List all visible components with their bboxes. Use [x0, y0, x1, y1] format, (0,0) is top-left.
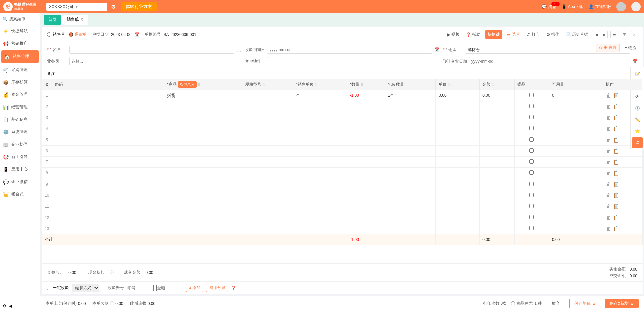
row-unit[interactable]	[293, 179, 347, 190]
row-unit-price[interactable]	[436, 190, 480, 201]
row-barcode[interactable]	[52, 157, 164, 168]
shortcut-btn[interactable]: 快捷键	[485, 30, 502, 39]
row-gift[interactable]	[514, 146, 549, 157]
row-barcode[interactable]	[52, 90, 164, 101]
row-quantity[interactable]	[347, 146, 385, 157]
salesperson-dots[interactable]: ...	[236, 58, 241, 65]
expected-delivery-input[interactable]	[469, 57, 630, 65]
row-unit[interactable]	[293, 190, 347, 201]
row-unit[interactable]	[293, 134, 347, 146]
row-unit[interactable]	[293, 212, 347, 223]
row-amount[interactable]: 0.00	[480, 90, 514, 101]
tab-home[interactable]: 首页	[44, 15, 61, 25]
row-unit-price[interactable]	[436, 168, 480, 179]
close-form-btn[interactable]: ×	[631, 31, 637, 38]
float-star-btn[interactable]: ⭐	[632, 126, 643, 137]
customer-address-dots[interactable]: ...	[434, 58, 440, 65]
calendar-icon[interactable]: 📅	[134, 32, 139, 37]
app-download-button[interactable]: 📱 App下载	[562, 4, 583, 10]
row-amount[interactable]	[480, 179, 514, 190]
row-delete-btn[interactable]: 🗑	[606, 159, 612, 165]
account-input[interactable]	[127, 285, 154, 291]
logistics-button[interactable]: + 物流	[622, 44, 639, 52]
prev-arrow[interactable]: ◀	[593, 31, 600, 38]
row-barcode[interactable]	[52, 223, 164, 234]
row-delete-btn[interactable]: 🗑	[606, 192, 612, 199]
row-unit-price[interactable]	[436, 101, 480, 112]
row-barcode[interactable]	[52, 179, 164, 190]
sidebar-item-member[interactable]: 👑 畅会员	[0, 188, 40, 200]
history-btn[interactable]: 📄 历史单据	[564, 31, 590, 38]
row-gift[interactable]	[514, 134, 549, 146]
row-copy-btn[interactable]: 📋	[613, 214, 620, 221]
row-unit[interactable]	[293, 201, 347, 212]
row-unit-price[interactable]	[436, 223, 480, 234]
payment-due-calendar-icon[interactable]: 📅	[434, 47, 440, 52]
row-unit[interactable]	[293, 168, 347, 179]
row-unit[interactable]	[293, 123, 347, 134]
company-selector[interactable]: XXXXXX公司 ▼	[46, 3, 107, 11]
row-pack-qty[interactable]: 1个	[385, 90, 436, 101]
row-spec[interactable]	[242, 101, 293, 112]
row-delete-btn[interactable]: 🗑	[606, 148, 612, 154]
list-view-btn[interactable]: ☰	[610, 31, 618, 38]
row-copy-btn[interactable]: 📋	[613, 159, 620, 165]
row-copy-btn[interactable]: 📋	[613, 148, 620, 154]
row-delete-btn[interactable]: 🗑	[606, 92, 612, 99]
row-quantity[interactable]	[347, 101, 385, 112]
row-copy-btn[interactable]: 📋	[613, 170, 620, 177]
row-quantity[interactable]	[347, 212, 385, 223]
add-button[interactable]: ● 添加	[186, 284, 203, 292]
sidebar-item-marketing[interactable]: 📢 营销推广	[0, 37, 40, 50]
row-amount[interactable]	[480, 112, 514, 123]
row-pack-qty[interactable]	[385, 134, 436, 146]
radio-sales-input[interactable]	[47, 32, 51, 37]
row-unit-price[interactable]	[436, 134, 480, 146]
row-spec[interactable]	[242, 112, 293, 123]
customer-address-input[interactable]	[267, 57, 432, 65]
next-arrow[interactable]: ▶	[601, 31, 608, 38]
row-amount[interactable]	[480, 223, 514, 234]
settings-button[interactable]: ⚙ ⚙ 设置	[596, 44, 619, 52]
expense-button[interactable]: 费用分摊	[206, 284, 228, 292]
row-product[interactable]	[164, 157, 242, 168]
select-btn[interactable]: ☰ 选单	[505, 31, 522, 38]
row-unit[interactable]	[293, 112, 347, 123]
row-quantity[interactable]	[347, 157, 385, 168]
sidebar-item-enterprise[interactable]: 🏢 企业协同	[0, 138, 40, 151]
sidebar-collapse-icon[interactable]: ◀	[9, 304, 12, 308]
row-product[interactable]	[164, 190, 242, 201]
row-barcode[interactable]	[52, 212, 164, 223]
row-gift[interactable]	[514, 168, 549, 179]
row-product[interactable]	[164, 168, 242, 179]
scan-button[interactable]: 扫码录入	[178, 81, 197, 88]
float-tag-btn[interactable]: 🏷	[632, 137, 643, 148]
float-eye-btn[interactable]: 👁	[632, 91, 643, 102]
help-btn[interactable]: ❓ 帮助	[464, 31, 482, 38]
row-amount[interactable]	[480, 168, 514, 179]
row-pack-qty[interactable]	[385, 101, 436, 112]
row-pack-qty[interactable]	[385, 223, 436, 234]
avatar[interactable]	[616, 2, 626, 11]
row-pack-qty[interactable]	[385, 157, 436, 168]
row-pack-qty[interactable]	[385, 112, 436, 123]
row-copy-btn[interactable]: 📋	[613, 192, 620, 199]
row-unit[interactable]	[293, 223, 347, 234]
salesperson-input[interactable]	[69, 57, 234, 65]
row-delete-btn[interactable]: 🗑	[606, 103, 612, 110]
row-barcode[interactable]	[52, 201, 164, 212]
one-key-payment[interactable]: 一键收款	[47, 285, 69, 291]
row-product[interactable]	[164, 134, 242, 146]
row-pack-qty[interactable]	[385, 146, 436, 157]
row-delete-btn[interactable]: 🗑	[606, 225, 612, 232]
row-copy-btn[interactable]: 📋	[613, 225, 620, 232]
row-spec[interactable]	[242, 223, 293, 234]
row-spec[interactable]	[242, 123, 293, 134]
sidebar-item-operation[interactable]: 📊 经营管理	[0, 101, 40, 113]
row-quantity[interactable]	[347, 179, 385, 190]
tab-close-icon[interactable]: ×	[81, 17, 83, 22]
payment-method-select[interactable]: 结算方式	[72, 284, 99, 292]
row-amount[interactable]	[480, 101, 514, 112]
row-delete-btn[interactable]: 🗑	[606, 214, 612, 221]
radio-return-input[interactable]	[69, 32, 73, 37]
